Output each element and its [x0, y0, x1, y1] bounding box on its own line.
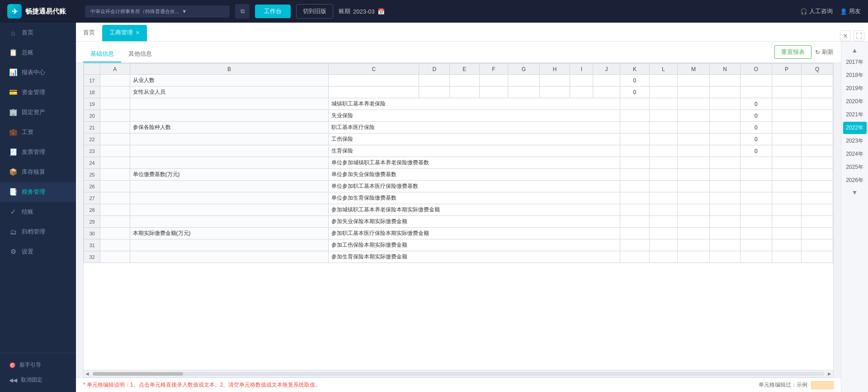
- cell-l-18[interactable]: [650, 86, 677, 98]
- cell-o-20[interactable]: 0: [740, 110, 772, 122]
- sidebar-item-salary[interactable]: 💼 工资: [0, 122, 76, 142]
- cell-p-30[interactable]: [772, 228, 802, 239]
- cell-a-25[interactable]: [100, 169, 130, 181]
- cell-l-31[interactable]: [650, 239, 677, 251]
- cell-a-20[interactable]: [100, 110, 130, 122]
- user-button[interactable]: 👤 用友: [840, 7, 861, 15]
- cell-k-28[interactable]: [620, 204, 650, 216]
- cell-k-24[interactable]: [620, 157, 650, 169]
- cell-q-21[interactable]: [802, 122, 833, 134]
- cell-a-17[interactable]: [100, 75, 130, 86]
- cell-k-17[interactable]: 0: [620, 75, 650, 86]
- cell-e-17[interactable]: [450, 75, 480, 86]
- cell-p-29[interactable]: [772, 216, 802, 228]
- cell-q-17[interactable]: [802, 75, 833, 86]
- sheet-table-wrapper[interactable]: A B C D E F G H I J: [84, 63, 833, 370]
- cell-m-25[interactable]: [677, 169, 710, 181]
- old-version-button[interactable]: 切到旧版: [296, 4, 333, 19]
- cell-n-22[interactable]: [710, 134, 741, 145]
- cell-k-23[interactable]: [620, 145, 650, 157]
- cell-c-31[interactable]: 参加工伤保险本期实际缴费金额: [329, 239, 620, 251]
- sidebar-item-close[interactable]: ✓ 结账: [0, 202, 76, 222]
- year-2017[interactable]: 2017年: [843, 56, 867, 68]
- cell-c-22[interactable]: 工伤保险: [329, 134, 620, 145]
- cell-k-21[interactable]: [620, 122, 650, 134]
- cell-c-17[interactable]: [329, 75, 419, 86]
- cell-p-22[interactable]: [772, 134, 802, 145]
- cell-b-31[interactable]: [130, 239, 329, 251]
- cell-o-25[interactable]: [740, 169, 772, 181]
- cell-c-20[interactable]: 失业保险: [329, 110, 620, 122]
- cell-n-25[interactable]: [710, 169, 741, 181]
- cell-q-19[interactable]: [802, 98, 833, 110]
- year-2022[interactable]: 2022年: [843, 122, 867, 134]
- cell-k-19[interactable]: [620, 98, 650, 110]
- cell-p-18[interactable]: [772, 86, 802, 98]
- sidebar-newbie-guide[interactable]: 🎯 新手引导: [0, 358, 76, 373]
- cell-f-18[interactable]: [479, 86, 508, 98]
- cell-l-20[interactable]: [650, 110, 677, 122]
- cell-c-25[interactable]: 单位参加失业保险缴费基数: [329, 169, 620, 181]
- cell-q-18[interactable]: [802, 86, 833, 98]
- cell-n-29[interactable]: [710, 216, 741, 228]
- cell-o-30[interactable]: [740, 228, 772, 239]
- cell-b-32[interactable]: [130, 251, 329, 263]
- cell-n-30[interactable]: [710, 228, 741, 239]
- sidebar-unpin[interactable]: ◀◀ 取消固定: [0, 373, 76, 387]
- cell-b-30[interactable]: 本期实际缴费金额(万元): [130, 228, 329, 239]
- cell-p-17[interactable]: [772, 75, 802, 86]
- cell-o-22[interactable]: 0: [740, 134, 772, 145]
- cell-p-31[interactable]: [772, 239, 802, 251]
- cell-o-29[interactable]: [740, 216, 772, 228]
- cell-m-31[interactable]: [677, 239, 710, 251]
- year-up-button[interactable]: ▲: [848, 45, 862, 55]
- cell-o-18[interactable]: [740, 86, 772, 98]
- year-down-button[interactable]: ▼: [848, 187, 862, 197]
- tab-home[interactable]: 首页: [76, 25, 102, 41]
- cell-n-28[interactable]: [710, 204, 741, 216]
- cell-l-17[interactable]: [650, 75, 677, 86]
- copy-button[interactable]: ⧉: [235, 4, 250, 19]
- company-selector[interactable]: 中审众环会计师事务所（特殊普通合伙... ▼: [85, 5, 230, 18]
- cell-b-27[interactable]: [130, 192, 329, 204]
- cell-l-25[interactable]: [650, 169, 677, 181]
- cell-b-21[interactable]: 参保各险种人数: [130, 122, 329, 134]
- cell-n-31[interactable]: [710, 239, 741, 251]
- cell-o-26[interactable]: [740, 181, 772, 192]
- cell-b-18[interactable]: 女性从业人员: [130, 86, 329, 98]
- year-2020[interactable]: 2020年: [843, 96, 867, 108]
- cell-c-23[interactable]: 生育保险: [329, 145, 620, 157]
- cell-c-18[interactable]: [329, 86, 419, 98]
- cell-a-26[interactable]: [100, 181, 130, 192]
- cell-n-21[interactable]: [710, 122, 741, 134]
- cell-a-31[interactable]: [100, 239, 130, 251]
- cell-k-26[interactable]: [620, 181, 650, 192]
- cell-m-27[interactable]: [677, 192, 710, 204]
- cell-q-29[interactable]: [802, 216, 833, 228]
- cell-k-18[interactable]: 0: [620, 86, 650, 98]
- year-2023[interactable]: 2023年: [843, 135, 867, 147]
- cell-q-25[interactable]: [802, 169, 833, 181]
- cell-q-30[interactable]: [802, 228, 833, 239]
- cell-o-31[interactable]: [740, 239, 772, 251]
- cell-n-26[interactable]: [710, 181, 741, 192]
- cell-n-17[interactable]: [710, 75, 741, 86]
- cell-p-23[interactable]: [772, 145, 802, 157]
- cell-c-19[interactable]: 城镇职工基本养老保险: [329, 98, 620, 110]
- cell-b-20[interactable]: [130, 110, 329, 122]
- scroll-thumb[interactable]: [93, 372, 183, 376]
- cell-n-24[interactable]: [710, 157, 741, 169]
- cell-l-23[interactable]: [650, 145, 677, 157]
- sidebar-item-fixed[interactable]: 🏢 固定资产: [0, 102, 76, 122]
- cell-c-32[interactable]: 参加生育保险本期实际缴费金额: [329, 251, 620, 263]
- sidebar-item-inventory[interactable]: 📦 库存核算: [0, 162, 76, 182]
- workbench-button[interactable]: 工作台: [255, 5, 291, 18]
- cell-a-24[interactable]: [100, 157, 130, 169]
- cell-p-27[interactable]: [772, 192, 802, 204]
- cell-b-24[interactable]: [130, 157, 329, 169]
- cell-n-23[interactable]: [710, 145, 741, 157]
- sidebar-item-archive[interactable]: 🗂 归档管理: [0, 222, 76, 242]
- year-2021[interactable]: 2021年: [843, 109, 867, 121]
- sidebar-item-settings[interactable]: ⚙ 设置: [0, 242, 76, 262]
- cell-c-26[interactable]: 单位参加职工基本医疗保险缴费基数: [329, 181, 620, 192]
